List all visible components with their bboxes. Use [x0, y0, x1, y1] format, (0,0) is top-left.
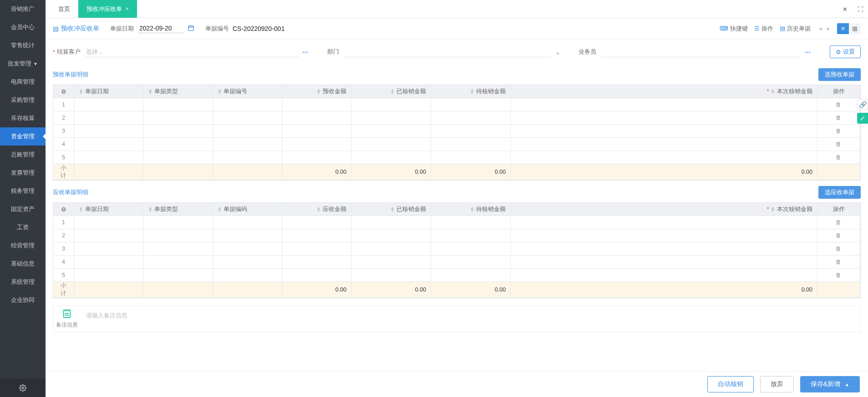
delete-icon[interactable]: 🗑: [836, 219, 842, 226]
col-date[interactable]: ▲▼单据日期: [74, 85, 143, 98]
shortcut-button[interactable]: ⌨快捷键: [717, 23, 751, 35]
delete-icon[interactable]: 🗑: [836, 128, 842, 134]
delete-icon[interactable]: 🗑: [836, 115, 842, 121]
delete-icon[interactable]: 🗑: [836, 154, 842, 161]
table-row[interactable]: 1🗑: [53, 98, 860, 111]
chevron-down-icon[interactable]: ⌄: [555, 49, 560, 55]
col-pending-amt[interactable]: ▲▼待核销金额: [431, 85, 511, 98]
col-verified-amt[interactable]: ▲▼已核销金额: [351, 85, 431, 98]
table-row[interactable]: 3🗑: [53, 242, 860, 256]
col-type[interactable]: ▲▼单据类型: [143, 85, 213, 98]
expand-icon[interactable]: ⤢: [857, 113, 868, 124]
dept-input[interactable]: [344, 46, 552, 57]
col-verified-amt[interactable]: ▲▼已核销金额: [351, 203, 431, 216]
col-gear[interactable]: ⚙: [53, 203, 74, 216]
customer-input[interactable]: [85, 46, 299, 57]
window-close-icon[interactable]: ✕: [837, 6, 853, 13]
receivable-table: ⚙ ▲▼单据日期 ▲▼单据类型 ▲▼单据编码 ▲▼应收金额 ▲▼已核销金额 ▲▼…: [53, 202, 861, 298]
history-button[interactable]: ▤历史单据: [777, 23, 813, 35]
sort-icon: ▲▼: [390, 89, 395, 94]
attachment-icon[interactable]: 🔗: [857, 99, 868, 110]
view-list-icon[interactable]: ≡: [837, 23, 849, 34]
select-receivable-button[interactable]: 选应收单据: [818, 186, 861, 199]
form-settings-button[interactable]: ⚙设置: [830, 45, 861, 58]
nav-ecommerce[interactable]: 电商管理: [0, 73, 46, 91]
gear-icon: ⚙: [836, 49, 841, 55]
auto-verify-button[interactable]: 自动核销: [707, 376, 754, 392]
clerk-lookup-icon[interactable]: ⋯: [805, 49, 812, 55]
view-grid-icon[interactable]: ▦: [849, 23, 861, 34]
table-row[interactable]: 2🗑: [53, 229, 860, 242]
remark-block: 备注信息: [53, 306, 861, 332]
nav-payroll[interactable]: 工资: [0, 218, 46, 236]
table-row[interactable]: 4🗑: [53, 256, 860, 269]
calendar-icon[interactable]: [188, 25, 194, 33]
table-row[interactable]: 3🗑: [53, 125, 860, 138]
caret-down-icon: ▼: [33, 61, 38, 66]
nav-basic-info[interactable]: 基础信息: [0, 255, 46, 273]
table-row[interactable]: 2🗑: [53, 111, 860, 125]
select-prepay-button[interactable]: 选预收单据: [818, 68, 861, 81]
main-area: 首页 预收冲应收单× ✕ ⛶ ▤ 预收冲应收单 单据日期 2022-09-20: [46, 0, 868, 397]
col-this-amt[interactable]: ▲▼本次核销金额: [511, 85, 817, 98]
delete-icon[interactable]: 🗑: [836, 246, 842, 252]
col-ops: 操作: [817, 203, 860, 216]
prev-doc-icon[interactable]: ◂: [816, 25, 824, 32]
col-this-amt[interactable]: ▲▼本次核销金额: [511, 203, 817, 216]
table-row[interactable]: 1🗑: [53, 216, 860, 229]
nav-tax[interactable]: 税务管理: [0, 182, 46, 200]
section-receivable-title: 应收单据明细: [53, 188, 88, 196]
col-type[interactable]: ▲▼单据类型: [143, 203, 213, 216]
delete-icon[interactable]: 🗑: [836, 141, 842, 147]
table-row[interactable]: 4🗑: [53, 138, 860, 151]
nav-retail-stats[interactable]: 零售统计: [0, 36, 46, 55]
col-prepay-amt[interactable]: ▲▼预收金额: [282, 85, 351, 98]
nav-purchase[interactable]: 采购管理: [0, 91, 46, 109]
nav-system[interactable]: 系统管理: [0, 273, 46, 291]
operate-button[interactable]: ☰操作: [751, 23, 776, 35]
nav-ledger[interactable]: 总账管理: [0, 146, 46, 164]
nav-collab[interactable]: 企业协同: [0, 291, 46, 309]
remark-label: 备注信息: [56, 321, 78, 329]
window-fullscreen-icon[interactable]: ⛶: [853, 6, 868, 13]
col-recv-amt[interactable]: ▲▼应收金额: [282, 203, 351, 216]
customer-lookup-icon[interactable]: ⋯: [302, 49, 309, 55]
table-row[interactable]: 5🗑: [53, 151, 860, 164]
save-and-new-button[interactable]: 保存&新增▲: [800, 376, 860, 392]
svg-point-0: [22, 387, 24, 389]
tab-home[interactable]: 首页: [50, 0, 78, 18]
col-code[interactable]: ▲▼单据编码: [213, 203, 282, 216]
col-pending-amt[interactable]: ▲▼待核销金额: [431, 203, 511, 216]
nav-funds[interactable]: 资金管理: [0, 127, 46, 146]
remark-input[interactable]: [81, 306, 860, 332]
col-code[interactable]: ▲▼单据编号: [213, 85, 282, 98]
clerk-input[interactable]: [601, 46, 801, 57]
menu-icon: ☰: [754, 25, 760, 32]
col-gear[interactable]: ⚙: [53, 85, 74, 98]
section-prepay-title: 预收单据明细: [53, 70, 88, 79]
nav-invoice[interactable]: 发票管理: [0, 164, 46, 182]
date-input[interactable]: 2022-09-20: [137, 24, 185, 33]
delete-icon[interactable]: 🗑: [836, 259, 842, 265]
nav-marketing[interactable]: 营销推广: [0, 0, 46, 18]
sort-icon: ▲▼: [218, 206, 222, 212]
discard-button[interactable]: 放弃: [760, 376, 794, 392]
close-icon[interactable]: ×: [126, 6, 129, 12]
nav-fixed-assets[interactable]: 固定资产: [0, 200, 46, 218]
table-row[interactable]: 5🗑: [53, 269, 860, 282]
sidebar-settings-icon[interactable]: [0, 379, 46, 397]
sidebar: 营销推广 会员中心 零售统计 批发管理▼ 电商管理 采购管理 库存核算 资金管理…: [0, 0, 46, 397]
nav-business[interactable]: 经营管理: [0, 236, 46, 255]
tab-prepay-offset[interactable]: 预收冲应收单×: [78, 0, 137, 18]
nav-member[interactable]: 会员中心: [0, 18, 46, 36]
delete-icon[interactable]: 🗑: [836, 272, 842, 278]
subtotal-row: 小计 0.00 0.00 0.00 0.00: [53, 282, 860, 298]
delete-icon[interactable]: 🗑: [836, 232, 842, 239]
sort-icon: ▲▼: [470, 206, 474, 212]
sort-icon: ▲▼: [470, 89, 474, 94]
next-doc-icon[interactable]: ▸: [824, 25, 832, 32]
delete-icon[interactable]: 🗑: [836, 101, 842, 108]
nav-inventory[interactable]: 库存核算: [0, 109, 46, 127]
col-date[interactable]: ▲▼单据日期: [74, 203, 143, 216]
nav-wholesale[interactable]: 批发管理▼: [0, 55, 46, 73]
